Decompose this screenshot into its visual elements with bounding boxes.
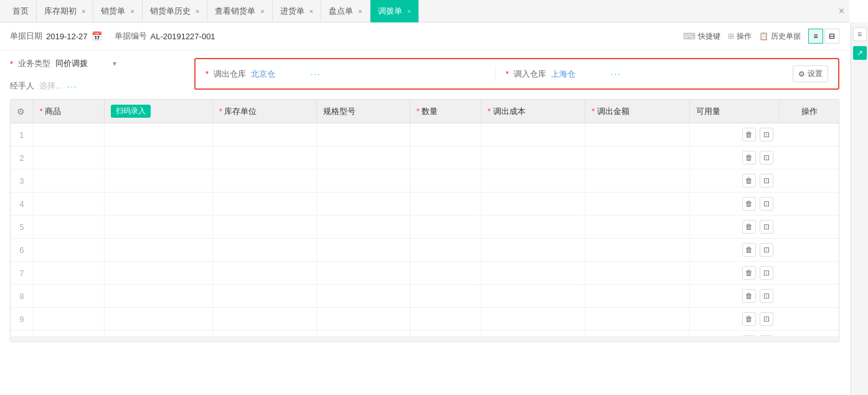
- unit-cell[interactable]: [104, 285, 212, 308]
- product-cell[interactable]: [33, 169, 104, 193]
- amount-cell[interactable]: [481, 193, 585, 216]
- tab-view-sales[interactable]: 查看销货单 ×: [207, 0, 272, 22]
- quantity-cell[interactable]: [317, 216, 410, 239]
- horizontal-scrollbar[interactable]: [11, 336, 839, 341]
- amount-cell[interactable]: [481, 169, 585, 193]
- copy-row-btn[interactable]: ⊡: [760, 266, 773, 280]
- tab-close-inventory-check[interactable]: ×: [358, 7, 362, 15]
- available-cell[interactable]: [585, 331, 689, 337]
- quantity-cell[interactable]: [317, 169, 410, 193]
- tab-home[interactable]: 首页: [5, 0, 37, 22]
- unit-cell[interactable]: [104, 308, 212, 331]
- unit-cell[interactable]: [104, 216, 212, 239]
- spec-cell[interactable]: [212, 169, 316, 193]
- spec-cell[interactable]: [212, 239, 316, 262]
- tab-close-inventory-init[interactable]: ×: [82, 7, 85, 15]
- amount-cell[interactable]: [481, 216, 585, 239]
- product-cell[interactable]: [33, 262, 104, 285]
- spec-cell[interactable]: [212, 285, 316, 308]
- available-cell[interactable]: [585, 285, 689, 308]
- copy-row-btn[interactable]: ⊡: [760, 174, 773, 188]
- warehouse-settings-btn[interactable]: ⚙ 设置: [793, 65, 828, 82]
- quantity-cell[interactable]: [317, 262, 410, 285]
- tab-close-sales-order[interactable]: ×: [130, 7, 134, 15]
- copy-row-btn[interactable]: ⊡: [760, 197, 773, 211]
- copy-row-btn[interactable]: ⊡: [760, 220, 773, 234]
- amount-cell[interactable]: [481, 146, 585, 169]
- cost-cell[interactable]: [410, 262, 481, 285]
- quantity-cell[interactable]: [317, 308, 410, 331]
- quantity-cell[interactable]: [317, 239, 410, 262]
- cost-cell[interactable]: [410, 308, 481, 331]
- tab-sales-order[interactable]: 销货单 ×: [93, 0, 142, 22]
- unit-cell[interactable]: [104, 169, 212, 193]
- spec-cell[interactable]: [212, 262, 316, 285]
- product-cell[interactable]: [33, 216, 104, 239]
- history-btn[interactable]: 📋 历史单据: [759, 31, 801, 42]
- tab-close-sales-history[interactable]: ×: [196, 7, 199, 15]
- available-cell[interactable]: [585, 216, 689, 239]
- scan-barcode-btn[interactable]: 扫码录入: [111, 105, 151, 118]
- product-cell[interactable]: [33, 239, 104, 262]
- copy-row-btn[interactable]: ⊡: [760, 335, 773, 336]
- col-scan-header[interactable]: 扫码录入: [104, 100, 212, 123]
- amount-cell[interactable]: [481, 239, 585, 262]
- delete-row-btn[interactable]: 🗑: [742, 243, 756, 257]
- cost-cell[interactable]: [410, 216, 481, 239]
- quantity-cell[interactable]: [317, 285, 410, 308]
- grid-view-btn[interactable]: ⊟: [824, 29, 839, 44]
- copy-row-btn[interactable]: ⊡: [760, 151, 773, 164]
- delete-row-btn[interactable]: 🗑: [742, 266, 756, 280]
- delete-row-btn[interactable]: 🗑: [742, 312, 756, 326]
- manager-more-btn[interactable]: ···: [67, 82, 78, 91]
- copy-row-btn[interactable]: ⊡: [760, 312, 773, 326]
- spec-cell[interactable]: [212, 308, 316, 331]
- available-cell[interactable]: [585, 239, 689, 262]
- amount-cell[interactable]: [481, 262, 585, 285]
- amount-cell[interactable]: [481, 331, 585, 337]
- available-cell[interactable]: [585, 262, 689, 285]
- available-cell[interactable]: [585, 146, 689, 169]
- quantity-cell[interactable]: [317, 123, 410, 146]
- spec-cell[interactable]: [212, 216, 316, 239]
- amount-cell[interactable]: [481, 285, 585, 308]
- available-cell[interactable]: [585, 169, 689, 193]
- unit-cell[interactable]: [104, 193, 212, 216]
- unit-cell[interactable]: [104, 331, 212, 337]
- tab-sales-history[interactable]: 销货单历史 ×: [143, 0, 207, 22]
- cost-cell[interactable]: [410, 146, 481, 169]
- quantity-cell[interactable]: [317, 193, 410, 216]
- unit-cell[interactable]: [104, 262, 212, 285]
- tab-close-transfer-order[interactable]: ×: [407, 7, 411, 15]
- product-cell[interactable]: [33, 331, 104, 337]
- spec-cell[interactable]: [212, 123, 316, 146]
- delete-row-btn[interactable]: 🗑: [742, 197, 756, 211]
- delete-row-btn[interactable]: 🗑: [742, 335, 756, 336]
- tab-close-purchase-order[interactable]: ×: [309, 7, 313, 15]
- sidebar-export-btn[interactable]: ↗: [853, 46, 867, 60]
- list-view-btn[interactable]: ≡: [808, 29, 823, 44]
- product-cell[interactable]: [33, 308, 104, 331]
- quantity-cell[interactable]: [317, 331, 410, 337]
- tab-purchase-order[interactable]: 进货单 ×: [273, 0, 321, 22]
- copy-row-btn[interactable]: ⊡: [760, 243, 773, 257]
- col-settings-header[interactable]: ⚙: [11, 100, 33, 123]
- delete-row-btn[interactable]: 🗑: [742, 151, 756, 164]
- tab-inventory-check[interactable]: 盘点单 ×: [321, 0, 370, 22]
- product-cell[interactable]: [33, 123, 104, 146]
- shortcut-btn[interactable]: ⌨ 快捷键: [683, 31, 720, 42]
- cost-cell[interactable]: [410, 285, 481, 308]
- product-cell[interactable]: [33, 285, 104, 308]
- available-cell[interactable]: [585, 308, 689, 331]
- amount-cell[interactable]: [481, 123, 585, 146]
- spec-cell[interactable]: [212, 193, 316, 216]
- sidebar-list-btn[interactable]: ≡: [853, 27, 867, 41]
- cost-cell[interactable]: [410, 239, 481, 262]
- business-type-dropdown[interactable]: ▾: [110, 58, 119, 69]
- cost-cell[interactable]: [410, 331, 481, 337]
- available-cell[interactable]: [585, 123, 689, 146]
- cost-cell[interactable]: [410, 123, 481, 146]
- available-cell[interactable]: [585, 193, 689, 216]
- calendar-icon[interactable]: 📅: [92, 31, 102, 41]
- transfer-out-more[interactable]: ···: [311, 69, 321, 79]
